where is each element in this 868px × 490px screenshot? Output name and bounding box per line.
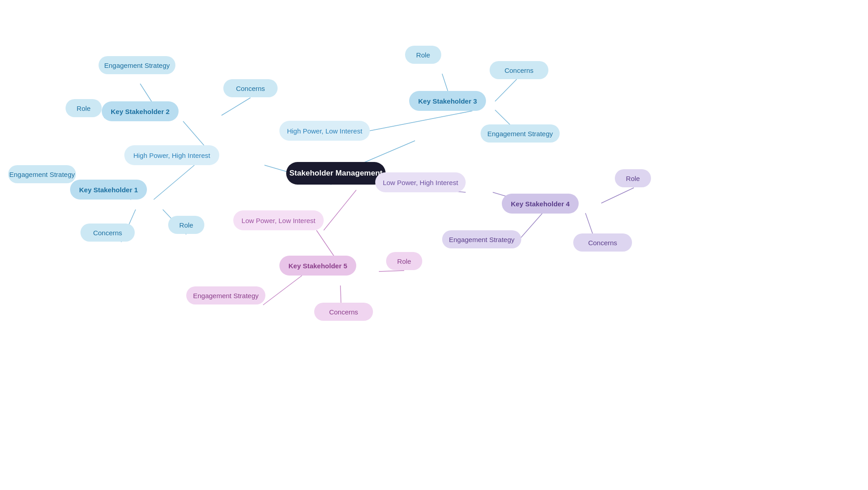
ks2-role[interactable]: Role [66, 99, 102, 117]
ks1-node[interactable]: Key Stakeholder 1 [70, 180, 147, 200]
ks2-con-label: Concerns [236, 85, 265, 92]
ks5-engagement[interactable]: Engagement Strategy [186, 286, 265, 304]
cat-hphi-label: High Power, High Interest [133, 152, 210, 159]
ks5-role-label: Role [397, 257, 411, 265]
ks4-concerns[interactable]: Concerns [573, 233, 632, 252]
ks3-role[interactable]: Role [405, 46, 441, 64]
ks3-concerns[interactable]: Concerns [490, 61, 548, 79]
ks5-label: Key Stakeholder 5 [288, 262, 347, 270]
ks2-concerns[interactable]: Concerns [223, 79, 278, 97]
svg-line-19 [519, 213, 542, 240]
ks1-con-label: Concerns [93, 229, 122, 237]
ks1-eng-label: Engagement Strategy [9, 171, 75, 178]
ks5-eng-label: Engagement Strategy [193, 292, 259, 300]
cat-hpli-label: High Power, Low Interest [287, 127, 363, 135]
ks5-role[interactable]: Role [386, 252, 422, 270]
ks3-label: Key Stakeholder 3 [418, 97, 477, 105]
ks1-engagement[interactable]: Engagement Strategy [8, 165, 76, 183]
svg-line-3 [324, 190, 356, 230]
ks3-engagement[interactable]: Engagement Strategy [481, 124, 560, 143]
category-hphi[interactable]: High Power, High Interest [124, 145, 219, 165]
ks1-role-label: Role [179, 221, 193, 229]
cat-lpli-label: Low Power, Low Interest [241, 217, 315, 224]
ks2-role-label: Role [77, 105, 91, 112]
root-label: Stakeholder Management [289, 169, 382, 178]
category-lphi[interactable]: Low Power, High Interest [375, 172, 466, 192]
ks3-role-label: Role [416, 51, 430, 59]
ks4-role-label: Role [626, 175, 640, 182]
ks2-eng-label: Engagement Strategy [104, 62, 170, 69]
ks2-engagement[interactable]: Engagement Strategy [99, 56, 175, 74]
ks4-node[interactable]: Key Stakeholder 4 [502, 194, 579, 214]
ks1-role[interactable]: Role [168, 216, 204, 234]
svg-line-10 [222, 98, 250, 115]
svg-line-21 [379, 271, 404, 271]
svg-line-23 [263, 276, 302, 305]
ks1-label: Key Stakeholder 1 [79, 186, 138, 194]
category-lpli[interactable]: Low Power, Low Interest [233, 210, 324, 230]
ks5-node[interactable]: Key Stakeholder 5 [279, 256, 356, 276]
svg-line-17 [601, 188, 634, 203]
ks3-eng-label: Engagement Strategy [487, 130, 553, 138]
cat-lphi-label: Low Power, High Interest [383, 179, 458, 186]
svg-line-4 [154, 165, 194, 200]
ks4-role[interactable]: Role [615, 169, 651, 187]
svg-line-12 [370, 111, 472, 131]
ks1-concerns[interactable]: Concerns [80, 224, 135, 242]
svg-line-14 [495, 79, 517, 101]
ks4-eng-label: Engagement Strategy [449, 236, 514, 243]
ks3-con-label: Concerns [505, 67, 533, 74]
ks2-label: Key Stakeholder 2 [111, 108, 170, 115]
ks3-node[interactable]: Key Stakeholder 3 [409, 91, 486, 111]
category-hpli[interactable]: High Power, Low Interest [279, 121, 370, 141]
ks4-engagement[interactable]: Engagement Strategy [442, 230, 521, 248]
root-node[interactable]: Stakeholder Management [286, 162, 386, 185]
ks4-label: Key Stakeholder 4 [511, 200, 570, 208]
ks5-concerns[interactable]: Concerns [314, 303, 373, 321]
ks4-con-label: Concerns [588, 239, 617, 247]
ks2-node[interactable]: Key Stakeholder 2 [102, 101, 179, 121]
ks5-con-label: Concerns [329, 308, 358, 316]
